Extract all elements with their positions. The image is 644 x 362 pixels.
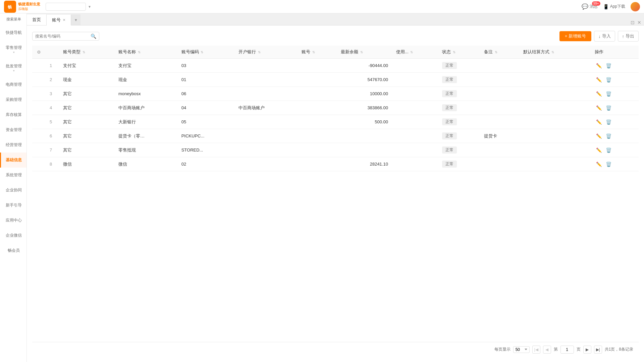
table-row: 2 现金 现金 01 547670.00 正常 ✏️ 🗑️ — [32, 73, 639, 87]
wholesale-expand-icon: ▾ — [4, 69, 24, 72]
edit-button[interactable]: ✏️ — [595, 147, 603, 154]
row-default-settlement — [519, 73, 591, 87]
row-account-code: 03 — [177, 59, 234, 73]
edit-button[interactable]: ✏️ — [595, 133, 603, 139]
col-opening-bank-header[interactable]: 开户银行 ⇅ — [234, 46, 298, 59]
col-account-name-label: 账号名称 — [118, 49, 136, 54]
sort-icon-account-no: ⇅ — [312, 50, 315, 54]
sidebar-item-ecommerce-mgmt[interactable]: 电商管理 — [0, 77, 26, 92]
sidebar-item-inventory[interactable]: 库存核算 — [0, 107, 26, 122]
col-latest-balance-label: 最新余额 — [341, 49, 358, 54]
delete-button[interactable]: 🗑️ — [604, 62, 613, 69]
page-label: 第 — [554, 347, 558, 352]
edit-button[interactable]: ✏️ — [595, 62, 603, 69]
sidebar-item-finance-mgmt[interactable]: 资金管理 — [0, 122, 26, 137]
sidebar-item-system-mgmt[interactable]: 系统管理 — [0, 168, 26, 183]
delete-button[interactable]: 🗑️ — [604, 76, 613, 83]
logo: 畅 畅捷通财生意 乐嗨版 — [4, 1, 40, 13]
sidebar-item-app-center[interactable]: 应用中心 — [0, 213, 26, 228]
delete-button[interactable]: 🗑️ — [604, 119, 613, 125]
row-default-settlement — [519, 143, 591, 157]
sidebar-item-wholesale-mgmt[interactable]: 批发管理 ▾ — [0, 59, 26, 77]
search-box[interactable]: 🔍 — [32, 32, 99, 41]
window-restore-icon[interactable]: ⊡ — [631, 20, 635, 25]
tab-close-icon[interactable]: ✕ — [63, 18, 65, 22]
sidebar-item-retail-mgmt[interactable]: 零售管理 ▾ — [0, 40, 26, 59]
top-search-input[interactable] — [46, 3, 86, 11]
delete-button[interactable]: 🗑️ — [604, 105, 613, 111]
sidebar-item-new-guide[interactable]: 新手引导 — [0, 198, 26, 213]
tab-home[interactable]: 首页 — [27, 14, 47, 25]
sidebar-item-quick-nav[interactable]: 快捷导航 — [0, 25, 26, 40]
sidebar-item-enterprise-agreement[interactable]: 企业协同 — [0, 183, 26, 198]
window-close-icon[interactable]: ✕ — [637, 20, 641, 25]
sidebar-item-purchase-mgmt[interactable]: 采购管理 — [0, 92, 26, 107]
table-row: 5 其它 大新银行 05 500.00 正常 ✏️ 🗑️ — [32, 115, 639, 129]
table-row: 4 其它 中百商场账户 04 中百商场账户 383866.00 正常 ✏️ 🗑️ — [32, 101, 639, 115]
import-button[interactable]: ↓ 导入 — [594, 31, 615, 42]
top-search-dropdown-icon[interactable]: ▾ — [89, 4, 91, 9]
app-download-button[interactable]: 📱 App下载 — [603, 4, 625, 9]
page-prev-button[interactable]: ◀ — [543, 346, 551, 354]
sidebar-item-ops-mgmt[interactable]: 经营管理 — [0, 137, 26, 153]
settings-gear-icon[interactable]: ⚙ — [37, 50, 41, 55]
col-num-header — [46, 46, 59, 59]
row-usage — [392, 143, 438, 157]
delete-button[interactable]: 🗑️ — [604, 133, 613, 139]
row-num: 5 — [46, 115, 59, 129]
sidebar-item-basic-info[interactable]: 基础信息 — [0, 153, 26, 168]
col-account-no-header[interactable]: 账号 ⇅ — [298, 46, 337, 59]
table-row: 7 其它 零售抵现 STORED... 正常 ✏️ 🗑️ — [32, 143, 639, 157]
top-search[interactable]: ▾ — [46, 3, 91, 11]
row-status: 正常 — [438, 87, 480, 101]
page-first-button[interactable]: |◀ — [532, 346, 540, 354]
sidebar-item-vip[interactable]: 畅会员 — [0, 243, 26, 258]
edit-button[interactable]: ✏️ — [595, 105, 603, 111]
tab-account[interactable]: 账号 ✕ — [47, 15, 71, 25]
col-account-name-header[interactable]: 账号名称 ⇅ — [114, 46, 177, 59]
message-button[interactable]: 💬 消息 99+ — [582, 3, 598, 10]
delete-button[interactable]: 🗑️ — [604, 147, 613, 154]
new-account-button[interactable]: + 新增账号 — [559, 31, 591, 41]
delete-button[interactable]: 🗑️ — [604, 90, 613, 97]
sort-icon-account-code: ⇅ — [201, 50, 203, 54]
row-account-type: 支付宝 — [59, 59, 114, 73]
col-settings-header[interactable]: ⚙ — [32, 46, 46, 59]
edit-button[interactable]: ✏️ — [595, 76, 603, 83]
col-latest-balance-header[interactable]: 最新余额 ⇅ — [337, 46, 392, 59]
sidebar-item-enterprise-wechat[interactable]: 企业微信 — [0, 228, 26, 243]
toolbar: 🔍 + 新增账号 ↓ 导入 ↑ 导出 — [32, 31, 639, 42]
page-number-input[interactable] — [560, 346, 574, 354]
col-default-settlement-header[interactable]: 默认结算方式 ⇅ — [519, 46, 591, 59]
col-account-type-header[interactable]: 账号类型 ⇅ — [59, 46, 114, 59]
row-default-settlement — [519, 59, 591, 73]
message-badge: 99+ — [592, 1, 600, 6]
edit-button[interactable]: ✏️ — [595, 161, 603, 168]
sidebar-item-search-menu[interactable]: 搜索菜单 — [0, 13, 26, 25]
page-last-button[interactable]: ▶| — [594, 346, 602, 354]
edit-button[interactable]: ✏️ — [595, 119, 603, 125]
col-status-label: 状态 — [442, 49, 451, 54]
row-latest-balance — [337, 129, 392, 143]
delete-button[interactable]: 🗑️ — [604, 161, 613, 168]
user-avatar[interactable] — [631, 2, 640, 11]
edit-button[interactable]: ✏️ — [595, 90, 603, 97]
col-usage-header[interactable]: 使用... ⇅ — [392, 46, 438, 59]
col-status-header[interactable]: 状态 ⇅ — [438, 46, 480, 59]
row-num: 2 — [46, 73, 59, 87]
row-account-code: STORED... — [177, 143, 234, 157]
col-account-code-label: 账号编码 — [181, 49, 199, 54]
page-next-button[interactable]: ▶ — [583, 346, 591, 354]
row-usage — [392, 59, 438, 73]
col-account-code-header[interactable]: 账号编码 ⇅ — [177, 46, 234, 59]
per-page-select[interactable]: 50 100 200 — [513, 346, 530, 353]
export-icon: ↑ — [622, 34, 625, 39]
col-remark-header[interactable]: 备注 ⇅ — [480, 46, 519, 59]
row-default-settlement — [519, 157, 591, 171]
export-button[interactable]: ↑ 导出 — [618, 31, 639, 42]
row-latest-balance: 383866.00 — [337, 101, 392, 115]
sort-icon-remark: ⇅ — [495, 50, 497, 54]
tab-expand-button[interactable]: ▾ — [71, 14, 80, 25]
row-num: 3 — [46, 87, 59, 101]
search-input[interactable] — [35, 34, 89, 39]
